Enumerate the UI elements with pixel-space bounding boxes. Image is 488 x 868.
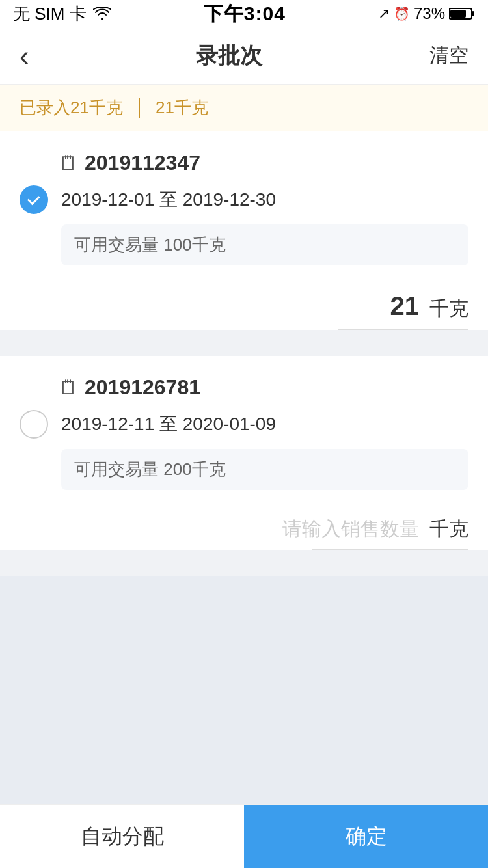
batch-item-2: 🗒 2019126781 2019-12-11 至 2020-01-09 可用交… <box>0 356 488 503</box>
batch-1-header: 🗒 2019112347 <box>59 151 468 175</box>
back-button[interactable]: ‹ <box>20 42 29 70</box>
status-bar: 无 SIM 卡 下午3:04 ↗ ⏰ 73% <box>0 0 488 27</box>
batch-2-avail: 可用交易量 200千克 <box>61 449 468 490</box>
batch-2-input-unit: 千克 <box>429 516 468 543</box>
batch-1-amount-row: 21 千克 <box>0 278 488 329</box>
status-time: 下午3:04 <box>204 1 286 27</box>
nav-bar: ‹ 录批次 清空 <box>0 27 488 85</box>
alarm-icon: ⏰ <box>394 6 410 21</box>
batch-2-header: 🗒 2019126781 <box>59 375 468 400</box>
recorded-amount: 已录入21千克 <box>20 96 123 119</box>
page-title: 录批次 <box>196 41 262 71</box>
confirm-button[interactable]: 确定 <box>244 805 488 868</box>
section-gap-1 <box>0 343 488 356</box>
footer: 自动分配 确定 <box>0 804 488 868</box>
total-amount: 21千克 <box>156 96 208 119</box>
batch-1-avail: 可用交易量 100千克 <box>61 224 468 265</box>
batch-1-amount-unit: 千克 <box>429 295 468 322</box>
batch-2-id: 2019126781 <box>85 375 200 400</box>
batch-item-1: 🗒 2019112347 2019-12-01 至 2019-12-30 可用交… <box>0 131 488 278</box>
auto-distribute-button[interactable]: 自动分配 <box>0 805 244 868</box>
wifi-icon <box>93 7 111 20</box>
batch-card-1: 🗒 2019112347 2019-12-01 至 2019-12-30 可用交… <box>0 131 488 330</box>
banner-divider <box>139 98 140 118</box>
batch-2-icon: 🗒 <box>59 377 78 399</box>
status-right: ↗ ⏰ 73% <box>378 5 475 23</box>
batch-2-input-placeholder: 请输入销售数量 <box>282 516 419 543</box>
clear-button[interactable]: 清空 <box>429 42 468 69</box>
batch-2-input-row: 请输入销售数量 千克 <box>0 503 488 549</box>
batch-2-radio[interactable] <box>20 410 48 439</box>
location-icon: ↗ <box>378 5 390 22</box>
svg-rect-1 <box>472 11 474 16</box>
batch-2-underline <box>312 549 468 550</box>
battery-text: 73% <box>414 5 445 23</box>
info-banner: 已录入21千克 21千克 <box>0 85 488 131</box>
svg-rect-2 <box>450 10 466 18</box>
batch-1-date-row: 2019-12-01 至 2019-12-30 <box>20 185 468 214</box>
no-sim-text: 无 SIM 卡 <box>13 3 87 25</box>
status-left: 无 SIM 卡 <box>13 3 111 25</box>
batch-1-date: 2019-12-01 至 2019-12-30 <box>61 187 276 212</box>
batch-2-date-row: 2019-12-11 至 2020-01-09 <box>20 410 468 439</box>
batch-1-underline <box>338 329 468 330</box>
batch-1-radio[interactable] <box>20 185 48 214</box>
batch-1-id: 2019112347 <box>85 151 200 175</box>
section-gap-2 <box>0 563 488 576</box>
batch-1-amount-value: 21 <box>390 292 420 321</box>
batch-2-date: 2019-12-11 至 2020-01-09 <box>61 412 276 437</box>
batch-card-2: 🗒 2019126781 2019-12-11 至 2020-01-09 可用交… <box>0 356 488 550</box>
batch-1-icon: 🗒 <box>59 152 78 174</box>
battery-icon <box>449 7 475 20</box>
